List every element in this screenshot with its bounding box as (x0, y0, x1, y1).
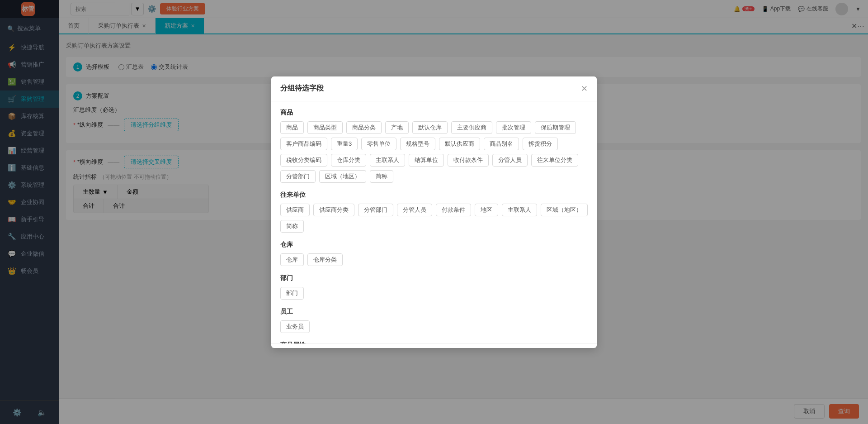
field-tag-产地[interactable]: 产地 (385, 121, 409, 134)
field-tag-部门[interactable]: 部门 (280, 287, 304, 300)
modal-body[interactable]: 商品商品商品类型商品分类产地默认仓库主要供应商批次管理保质期管理客户商品编码重量… (271, 101, 597, 343)
field-tag-重量3[interactable]: 重量3 (331, 138, 358, 150)
field-tag-收付款条件[interactable]: 收付款条件 (448, 154, 489, 167)
modal-overlay: 分组待选字段 ✕ 商品商品商品类型商品分类产地默认仓库主要供应商批次管理保质期管… (0, 0, 868, 424)
field-tag-主联系人[interactable]: 主联系人 (370, 154, 405, 167)
field-select-modal: 分组待选字段 ✕ 商品商品商品类型商品分类产地默认仓库主要供应商批次管理保质期管… (271, 76, 597, 348)
field-tag-商品分类[interactable]: 商品分类 (346, 121, 382, 134)
field-tag-仓库分类[interactable]: 仓库分类 (307, 253, 343, 266)
section-title-商品: 商品 (280, 109, 588, 117)
field-tag-批次管理[interactable]: 批次管理 (496, 121, 531, 134)
field-section-商品: 商品商品商品类型商品分类产地默认仓库主要供应商批次管理保质期管理客户商品编码重量… (280, 109, 588, 183)
field-tag-零售单位[interactable]: 零售单位 (361, 138, 396, 150)
field-tag-客户商品编码[interactable]: 客户商品编码 (280, 138, 327, 150)
field-tag-区域（地区）[interactable]: 区域（地区） (319, 170, 366, 183)
field-section-往来单位: 往来单位供应商供应商分类分管部门分管人员付款条件地区主联系人区域（地区）简称 (280, 191, 588, 233)
field-tag-保质期管理[interactable]: 保质期管理 (535, 121, 576, 134)
field-tag-拆货积分[interactable]: 拆货积分 (523, 138, 558, 150)
field-section-部门: 部门部门 (280, 274, 588, 300)
field-tag-业务员[interactable]: 业务员 (280, 320, 310, 333)
field-tag-分管人员[interactable]: 分管人员 (492, 154, 528, 167)
field-tag-仓库[interactable]: 仓库 (280, 253, 304, 266)
field-tags-部门: 部门 (280, 287, 588, 300)
field-tag-付款条件[interactable]: 付款条件 (436, 204, 471, 216)
modal-header: 分组待选字段 ✕ (271, 76, 597, 101)
field-tag-分管人员[interactable]: 分管人员 (397, 204, 432, 216)
modal-horizontal-scrollbar[interactable] (271, 343, 597, 348)
field-tags-往来单位: 供应商供应商分类分管部门分管人员付款条件地区主联系人区域（地区）简称 (280, 204, 588, 233)
field-tag-主要供应商[interactable]: 主要供应商 (451, 121, 492, 134)
field-tags-仓库: 仓库仓库分类 (280, 253, 588, 266)
field-tag-规格型号[interactable]: 规格型号 (400, 138, 435, 150)
field-tag-商品类型[interactable]: 商品类型 (307, 121, 343, 134)
field-tag-供应商[interactable]: 供应商 (280, 204, 310, 216)
field-tags-员工: 业务员 (280, 320, 588, 333)
field-tag-税收分类编码[interactable]: 税收分类编码 (280, 154, 327, 167)
section-title-部门: 部门 (280, 274, 588, 282)
field-tag-简称[interactable]: 简称 (370, 170, 393, 183)
field-tag-区域（地区）[interactable]: 区域（地区） (541, 204, 588, 216)
field-tag-结算单位[interactable]: 结算单位 (409, 154, 444, 167)
field-tag-分管部门[interactable]: 分管部门 (280, 170, 316, 183)
field-tag-商品[interactable]: 商品 (280, 121, 304, 134)
field-tag-默认仓库[interactable]: 默认仓库 (412, 121, 448, 134)
field-tag-商品别名[interactable]: 商品别名 (484, 138, 519, 150)
field-tag-默认供应商[interactable]: 默认供应商 (439, 138, 480, 150)
field-tag-分管部门[interactable]: 分管部门 (358, 204, 393, 216)
modal-title: 分组待选字段 (280, 84, 324, 93)
field-section-员工: 员工业务员 (280, 308, 588, 333)
field-tag-主联系人[interactable]: 主联系人 (502, 204, 537, 216)
field-tag-供应商分类[interactable]: 供应商分类 (313, 204, 354, 216)
field-section-仓库: 仓库仓库仓库分类 (280, 241, 588, 266)
section-title-往来单位: 往来单位 (280, 191, 588, 199)
field-tag-往来单位分类[interactable]: 往来单位分类 (531, 154, 578, 167)
modal-close-button[interactable]: ✕ (581, 84, 588, 94)
section-title-仓库: 仓库 (280, 241, 588, 249)
field-tag-简称[interactable]: 简称 (280, 220, 304, 233)
section-title-员工: 员工 (280, 308, 588, 316)
field-tag-仓库分类[interactable]: 仓库分类 (331, 154, 366, 167)
field-tags-商品: 商品商品类型商品分类产地默认仓库主要供应商批次管理保质期管理客户商品编码重量3零… (280, 121, 588, 183)
field-tag-地区[interactable]: 地区 (475, 204, 498, 216)
